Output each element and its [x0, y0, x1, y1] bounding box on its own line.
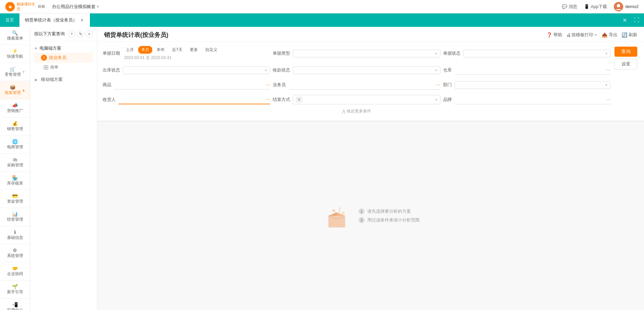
date-label: 单据日期: [103, 50, 120, 56]
date-tab-more[interactable]: 更多: [187, 46, 201, 54]
scheme-group-mobile[interactable]: ▶ 移动端方案: [30, 74, 97, 85]
scheme-item-salesperson-label: 按业务员: [49, 55, 66, 61]
refresh-action[interactable]: 🔄 刷新: [622, 32, 637, 38]
scheme-item-by-salesperson[interactable]: 人 按业务员: [34, 53, 93, 63]
query-button[interactable]: 查询: [614, 47, 637, 57]
date-tab-last-month[interactable]: 上月: [123, 46, 137, 54]
collapse-label: 收起更多条件: [347, 108, 371, 114]
svg-rect-4: [44, 65, 46, 67]
scheme-add-btn[interactable]: +: [68, 30, 75, 38]
sidebar-item-search[interactable]: 🔍 搜索菜单: [0, 27, 30, 45]
sidebar-basic-label: 基础信息: [1, 235, 29, 241]
template-print-action[interactable]: 🖨 按模板打印 ▼: [566, 32, 598, 38]
filter-date-item: 单据日期 上月 本月 本年 近7天 更多 自定义 2023-03-01 至 20…: [103, 46, 270, 61]
sidebar-retail-label: 零售管理: [5, 72, 21, 78]
svg-rect-6: [44, 68, 46, 69]
sidebar-item-purchase[interactable]: 🛍 采购管理: [0, 154, 30, 172]
doc-status-select[interactable]: ▾: [463, 50, 610, 57]
consignee-input[interactable]: ···: [118, 95, 270, 104]
sidebar-item-finance[interactable]: 💳 资金管理: [0, 190, 30, 208]
empty-hint-2: 2 用过滤条件来缩小分析范围: [359, 217, 420, 223]
empty-illustration: [322, 202, 348, 229]
svg-text:畅: 畅: [9, 5, 12, 9]
refresh-icon: 🔄: [622, 32, 627, 38]
filter-brand-item: 品牌 ···: [443, 94, 610, 105]
sidebar-item-ecommerce[interactable]: 🌐 电商管理: [0, 136, 30, 154]
sidebar-sales-label: 销售管理: [1, 126, 29, 132]
receive-status-select[interactable]: ▾: [293, 66, 440, 74]
sidebar-item-sales[interactable]: 💰 销售管理: [0, 117, 30, 136]
export-action[interactable]: 📤 导出: [602, 32, 618, 38]
sidebar-marketing-label: 营销推广: [1, 108, 29, 114]
filter-doc-status-item: 单据状态 ▾: [443, 46, 610, 61]
brand-dots-icon: ···: [606, 97, 610, 103]
scheme-group-desktop-title[interactable]: ▼ 电脑端方案: [34, 44, 93, 53]
help-action[interactable]: ❓ 帮助: [546, 32, 562, 38]
sidebar-quick-nav-label: 快捷导航: [1, 54, 29, 59]
brand-input[interactable]: ···: [454, 95, 610, 104]
date-tab-7days[interactable]: 近7天: [169, 46, 185, 54]
sidebar: 🔍 搜索菜单 ⚡ 快捷导航 🛒 零售管理 ▼ 📦 批发管理 ▲ 📣 营销推广: [0, 27, 30, 310]
top-header: 畅 畅捷通好生意 标账 办公用品行业模拟账套 ▾ 💬 消息 📱 App下载 de…: [0, 0, 644, 13]
company-dropdown-icon[interactable]: ▾: [97, 4, 99, 9]
template-print-label: 按模板打印: [572, 32, 593, 38]
filter-controls: 单据日期 上月 本月 本年 近7天 更多 自定义 2023-03-01 至 20…: [103, 46, 610, 117]
avatar: [614, 2, 623, 11]
scheme-edit-btn[interactable]: ✎: [77, 30, 84, 38]
sidebar-item-enterprise[interactable]: 🤝 企业协同: [0, 262, 30, 280]
settings-button[interactable]: 设置: [614, 59, 637, 69]
settlement-select[interactable]: × ▾: [293, 95, 440, 104]
tab-maximize-btn[interactable]: ⛶: [632, 15, 641, 25]
page-actions: ❓ 帮助 🖨 按模板打印 ▼ 📤 导出 🔄 刷新: [546, 32, 637, 38]
sidebar-item-quick-nav[interactable]: ⚡ 快捷导航: [0, 45, 30, 63]
department-select[interactable]: ▾: [454, 81, 610, 89]
salesperson-input[interactable]: ···: [288, 81, 440, 90]
report-tab-label: 销货单统计表（按业务员）: [25, 17, 77, 23]
tab-close-icon[interactable]: ✕: [79, 17, 85, 23]
tab-report[interactable]: 销货单统计表（按业务员） ✕: [19, 13, 90, 27]
logo-area: 畅 畅捷通好生意: [5, 2, 35, 11]
app-download-label: App下载: [591, 4, 607, 10]
doc-type-select[interactable]: ▾: [293, 50, 440, 57]
date-tab-custom[interactable]: 自定义: [202, 46, 220, 54]
sidebar-item-operation[interactable]: 📊 经营管理: [0, 208, 30, 226]
sidebar-app-center-label: 应用中心: [1, 307, 29, 310]
scheme-item-dot: 人: [41, 55, 47, 61]
sidebar-item-newbie[interactable]: 🌱 新手引导: [0, 280, 30, 299]
template-print-arrow[interactable]: ▼: [594, 33, 598, 37]
svg-rect-7: [46, 68, 48, 69]
scheme-collapse-btn[interactable]: «: [86, 30, 93, 38]
main-layout: 🔍 搜索菜单 ⚡ 快捷导航 🛒 零售管理 ▼ 📦 批发管理 ▲ 📣 营销推广: [0, 27, 644, 310]
page-wrapper: 按以下方案查询 + ✎ « ▼ 电脑端方案 人 按业务员 按单: [30, 27, 644, 310]
message-action[interactable]: 💬 消息: [562, 4, 577, 10]
out-status-select[interactable]: ▾: [123, 66, 270, 74]
sidebar-item-basic[interactable]: ℹ 基础信息: [0, 226, 30, 244]
date-tab-this-month[interactable]: 本月: [138, 46, 152, 54]
warehouse-input[interactable]: ···: [454, 66, 610, 75]
tab-home[interactable]: 首页: [0, 13, 19, 27]
consignee-dots-icon: ···: [266, 96, 270, 102]
collapse-up-icon: ⋀: [342, 109, 345, 114]
app-download-action[interactable]: 📱 App下载: [584, 4, 607, 10]
collapse-btn[interactable]: ⋀ 收起更多条件: [338, 107, 375, 115]
svg-line-12: [334, 210, 336, 213]
sidebar-item-wholesale[interactable]: 📦 批发管理 ▲: [0, 81, 30, 99]
sidebar-item-app-center[interactable]: 📲 应用中心: [0, 299, 30, 310]
scheme-actions: + ✎ «: [68, 30, 93, 38]
sidebar-item-inventory[interactable]: 🏪 库存核算: [0, 172, 30, 190]
settlement-tag-close[interactable]: ×: [298, 97, 300, 102]
tab-close-all-btn[interactable]: ✕: [620, 15, 629, 25]
sidebar-item-system[interactable]: ⚙ 系统管理: [0, 244, 30, 262]
scheme-sub-item-by-order[interactable]: 按单: [34, 63, 93, 72]
user-area[interactable]: demo2: [614, 2, 639, 11]
sidebar-newbie-label: 新手引导: [1, 289, 29, 295]
company-name: 办公用品行业模拟账套: [52, 4, 96, 10]
hint-1-num: 1: [359, 208, 365, 214]
sidebar-item-retail[interactable]: 🛒 零售管理 ▼: [0, 63, 30, 81]
receive-status-label: 收款状态: [273, 67, 290, 73]
date-tab-this-year[interactable]: 本年: [154, 46, 168, 54]
sidebar-item-marketing[interactable]: 📣 营销推广: [0, 99, 30, 117]
goods-dots-icon: ···: [266, 82, 270, 88]
scheme-desktop-label: 电脑端方案: [40, 45, 61, 51]
goods-input[interactable]: ···: [114, 81, 270, 90]
